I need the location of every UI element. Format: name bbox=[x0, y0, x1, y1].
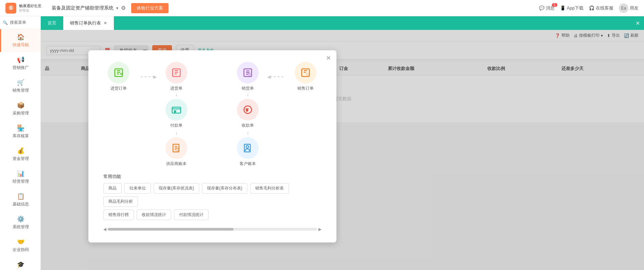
supplier-ledger-button[interactable] bbox=[166, 137, 187, 159]
purchase-bill-label: 进货单 bbox=[170, 86, 182, 91]
svg-rect-8 bbox=[172, 107, 181, 113]
flow-node-receipt: ¥ 收款单 bbox=[229, 99, 266, 128]
user-name-label: 用友 bbox=[630, 5, 639, 11]
system-icon: ⚙️ bbox=[17, 215, 24, 223]
sidebar-label-inventory: 库存核算 bbox=[13, 133, 29, 139]
sale-bill-button[interactable] bbox=[237, 62, 259, 84]
sidebar-item-guide[interactable]: 🎓 新手引导 bbox=[0, 257, 40, 270]
flow-row-2: ¥ 付款单 ¥ 收款单 bbox=[97, 97, 328, 130]
cf-btn-sales-rank[interactable]: 销售排行榜 bbox=[103, 210, 134, 220]
tab-close-icon[interactable]: ✕ bbox=[104, 21, 107, 25]
flow-node-sale-bill: 销货单 bbox=[229, 62, 266, 91]
modal-close-button[interactable]: ✕ bbox=[326, 54, 331, 62]
sidebar-item-purchase[interactable]: 📦 采购管理 bbox=[0, 97, 40, 120]
v-arrow-row-2: ↓ ↓ bbox=[97, 130, 328, 136]
scroll-left-button[interactable]: ◀ bbox=[103, 227, 106, 232]
sidebar-label-operations: 经营管理 bbox=[13, 179, 29, 184]
top-header: ⑥ 畅康通好生意 标惟版 装备及固定资产辅助管理系统 ▾ ⚙ 体验行业方案 💬 … bbox=[0, 0, 644, 16]
receipt-bill-button[interactable]: ¥ bbox=[237, 99, 259, 121]
service-icon: 🎧 bbox=[589, 5, 594, 11]
sidebar-item-enterprise[interactable]: 🤝 企业协同 bbox=[0, 234, 40, 257]
cf-btn-product[interactable]: 商品 bbox=[103, 183, 122, 194]
purchase-icon: 📦 bbox=[17, 102, 24, 109]
message-badge: 5 bbox=[552, 3, 557, 7]
cf-btn-product-profit[interactable]: 商品毛利分析 bbox=[103, 196, 138, 207]
flow-node-supplier-ledger: 供应商账本 bbox=[158, 137, 195, 167]
flow-node-customer-ledger: 客户账本 bbox=[229, 137, 266, 167]
v-arrow-pb: ↓ bbox=[158, 91, 195, 97]
sidebar: 🔍 搜索菜单 🏠 快捷导航 📢 营销推广 🛒 销售管理 📦 采购管理 🏪 库存核… bbox=[0, 16, 41, 270]
sidebar-item-finance[interactable]: 💰 资金管理 bbox=[0, 143, 40, 166]
enterprise-icon: 🤝 bbox=[17, 238, 24, 246]
marketing-icon: 📢 bbox=[17, 56, 24, 64]
flow-row-1: 进货订单 ▶ 进货单 bbox=[97, 58, 328, 91]
sidebar-item-system[interactable]: ⚙️ 系统管理 bbox=[0, 211, 40, 234]
common-functions-section: 常用功能 商品 往来单位 现存量(库存状况表) 现存量(库存分布表) 销售毛利分… bbox=[97, 168, 328, 226]
search-menu-button[interactable]: 🔍 搜索菜单 bbox=[0, 16, 40, 29]
online-service-label: 在线客服 bbox=[596, 5, 613, 11]
sale-order-button[interactable] bbox=[295, 62, 316, 84]
header-right: 💬 消息 5 📱 App下载 🎧 在线客服 Ea 用友 bbox=[539, 3, 639, 13]
page-content: ❓ 帮助 🖨 按模板打印 ▾ ⬆ 导出 🔄 刷新 bbox=[41, 30, 644, 270]
flow-row-3: 供应商账本 客户账本 bbox=[97, 136, 328, 168]
arrow-sb-to-so: ◀ bbox=[266, 76, 287, 77]
app-download-button[interactable]: 📱 App下载 bbox=[560, 5, 584, 11]
message-button[interactable]: 💬 消息 5 bbox=[539, 5, 555, 11]
cf-btn-stock-status[interactable]: 现存量(库存状况表) bbox=[154, 183, 199, 194]
search-icon: 🔍 bbox=[3, 20, 8, 25]
logo-area: ⑥ 畅康通好生意 标惟版 bbox=[5, 3, 46, 14]
cf-btn-sales-profit[interactable]: 销售毛利分析表 bbox=[250, 183, 289, 194]
cf-btn-payment-stats[interactable]: 付款情况统计 bbox=[174, 210, 209, 220]
content-area: 首页 销售订单执行表 ✕ ✕ ❓ 帮助 🖨 按模板打 bbox=[41, 16, 644, 270]
supplier-ledger-label: 供应商账本 bbox=[166, 161, 187, 167]
tab-sales-order[interactable]: 销售订单执行表 ✕ bbox=[63, 16, 114, 30]
scroll-thumb[interactable] bbox=[108, 228, 233, 231]
v-arrow-sb: ↓ bbox=[229, 91, 266, 97]
scroll-right-button[interactable]: ▶ bbox=[318, 227, 321, 232]
cf-btn-receipt-stats[interactable]: 收款情况统计 bbox=[137, 210, 171, 220]
flow-node-purchase-order: 进货订单 bbox=[100, 62, 137, 91]
sidebar-label-sales: 销售管理 bbox=[13, 88, 29, 93]
sidebar-item-sales[interactable]: 🛒 销售管理 bbox=[0, 75, 40, 97]
modal-box: ✕ 进货订单 ▶ bbox=[88, 50, 336, 242]
finance-icon: 💰 bbox=[17, 147, 24, 155]
sidebar-label-finance: 资金管理 bbox=[13, 156, 29, 162]
payment-bill-label: 付款单 bbox=[170, 123, 182, 128]
modal-overlay: ✕ 进货订单 ▶ bbox=[41, 30, 644, 270]
purchase-bill-button[interactable] bbox=[166, 62, 187, 84]
svg-point-19 bbox=[246, 146, 249, 148]
customer-ledger-button[interactable] bbox=[237, 137, 259, 159]
sidebar-item-quick-nav[interactable]: 🏠 快捷导航 bbox=[0, 29, 40, 52]
scroll-track[interactable] bbox=[108, 228, 317, 231]
arrow-po-to-pb: ▶ bbox=[137, 76, 158, 77]
flow-node-payment: ¥ 付款单 bbox=[158, 99, 195, 128]
sidebar-item-marketing[interactable]: 📢 营销推广 bbox=[0, 52, 40, 75]
purchase-order-label: 进货订单 bbox=[110, 86, 127, 91]
user-menu-button[interactable]: Ea 用友 bbox=[619, 3, 639, 13]
online-service-button[interactable]: 🎧 在线客服 bbox=[589, 5, 613, 11]
purchase-order-button[interactable] bbox=[108, 62, 129, 84]
customer-ledger-label: 客户账本 bbox=[240, 161, 256, 167]
sale-order-label: 销售订单 bbox=[297, 86, 314, 91]
sidebar-item-base-info[interactable]: 📋 基础信息 bbox=[0, 188, 40, 211]
sidebar-label-enterprise: 企业协同 bbox=[13, 247, 29, 253]
main-layout: 🔍 搜索菜单 🏠 快捷导航 📢 营销推广 🛒 销售管理 📦 采购管理 🏪 库存核… bbox=[0, 16, 644, 270]
svg-text:¥: ¥ bbox=[246, 108, 248, 112]
common-functions-buttons: 商品 往来单位 现存量(库存状况表) 现存量(库存分布表) 销售毛利分析表 商品… bbox=[103, 183, 321, 207]
system-title: 装备及固定资产辅助管理系统 ▾ ⚙ 体验行业方案 bbox=[52, 3, 539, 13]
sidebar-item-inventory[interactable]: 🏪 库存核算 bbox=[0, 120, 40, 143]
sales-icon: 🛒 bbox=[17, 79, 24, 86]
sidebar-item-operations[interactable]: 📊 经营管理 bbox=[0, 166, 40, 188]
search-menu-label: 搜索菜单 bbox=[10, 20, 26, 25]
tab-home[interactable]: 首页 bbox=[41, 16, 63, 30]
app-download-label: App下载 bbox=[567, 5, 584, 11]
svg-rect-6 bbox=[248, 73, 250, 75]
cf-btn-stock-dist[interactable]: 现存量(库存分布表) bbox=[202, 183, 247, 194]
trial-button[interactable]: 体验行业方案 bbox=[131, 3, 169, 13]
system-dropdown-button[interactable]: ▾ bbox=[116, 6, 118, 11]
settings-button[interactable]: ⚙ bbox=[121, 5, 126, 11]
tab-bar-close-button[interactable]: ✕ bbox=[636, 20, 640, 26]
payment-bill-button[interactable]: ¥ bbox=[166, 99, 187, 121]
logo-icon: ⑥ bbox=[5, 3, 16, 14]
cf-btn-partner[interactable]: 往来单位 bbox=[124, 183, 151, 194]
